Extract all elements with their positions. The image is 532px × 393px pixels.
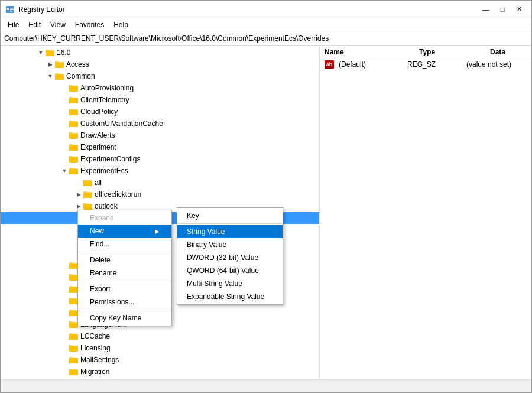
ctx-new-arrow: ▶ bbox=[155, 228, 160, 235]
tree-item-customuivalidationcache[interactable]: ▶ CustomUIValidationCache bbox=[1, 118, 319, 129]
label-experimentconfigs: ExperimentConfigs bbox=[80, 155, 140, 163]
tree-item-experiment[interactable]: ▶ Experiment bbox=[1, 141, 319, 153]
tree-item-cloudpolicy[interactable]: ▶ CloudPolicy bbox=[1, 106, 319, 118]
svg-rect-1 bbox=[7, 8, 9, 10]
label-all: all bbox=[95, 178, 102, 187]
minimize-button[interactable]: — bbox=[478, 4, 494, 15]
ctx-rename[interactable]: Rename bbox=[78, 267, 171, 280]
label-mailsettings: MailSettings bbox=[80, 356, 119, 364]
submenu-string-value[interactable]: String Value bbox=[177, 225, 283, 238]
menu-help[interactable]: Help bbox=[109, 20, 133, 30]
label-clienttelemetry: ClientTelemetry bbox=[80, 96, 129, 104]
detail-row-default[interactable]: ab (Default) REG_SZ (value not set) bbox=[320, 59, 531, 70]
submenu-qword-value[interactable]: QWORD (64-bit) Value bbox=[177, 264, 283, 277]
submenu-multi-string-value[interactable]: Multi-String Value bbox=[177, 277, 283, 290]
svg-rect-40 bbox=[83, 181, 92, 186]
close-button[interactable]: ✕ bbox=[511, 4, 527, 15]
label-licensing: Licensing bbox=[80, 344, 111, 352]
ctx-permissions[interactable]: Permissions... bbox=[78, 295, 171, 308]
tree-item-clienttelemetry[interactable]: ▶ ClientTelemetry bbox=[1, 94, 319, 106]
label-access: Access bbox=[66, 60, 89, 69]
svg-rect-46 bbox=[83, 204, 92, 210]
svg-rect-13 bbox=[55, 74, 64, 80]
ctx-new[interactable]: New ▶ bbox=[78, 225, 171, 238]
tree-item-16.0[interactable]: ▼ 16.0 bbox=[1, 47, 319, 59]
svg-rect-61 bbox=[69, 264, 78, 269]
ctx-divider-3 bbox=[78, 310, 171, 310]
tree-item-all[interactable]: ▶ all bbox=[1, 177, 319, 189]
tree-item-privacy[interactable]: ▶ Privacy bbox=[1, 378, 319, 379]
tree-item-experimentconfigs[interactable]: ▶ ExperimentConfigs bbox=[1, 153, 319, 165]
tree-item-drawalerts[interactable]: ▶ DrawAlerts bbox=[1, 129, 319, 141]
col-type-header: Type bbox=[414, 47, 485, 57]
ctx-divider-1 bbox=[78, 252, 171, 252]
label-migration: Migration bbox=[80, 368, 109, 376]
expander-16.0[interactable]: ▼ bbox=[36, 48, 46, 57]
submenu-divider bbox=[177, 223, 283, 224]
ctx-copy-key-name-label: Copy Key Name bbox=[90, 314, 141, 322]
expander-experimentecs[interactable]: ▼ bbox=[60, 166, 69, 176]
title-bar: Registry Editor — □ ✕ bbox=[1, 1, 531, 18]
expander-common[interactable]: ▼ bbox=[46, 72, 55, 81]
ctx-export-label: Export bbox=[90, 285, 111, 293]
context-menu: Expand New ▶ Find... Delete Rename bbox=[77, 210, 172, 326]
col-data-header: Data bbox=[485, 47, 531, 57]
svg-rect-34 bbox=[69, 157, 78, 163]
tree-item-access[interactable]: ▶ Access bbox=[1, 59, 319, 70]
ab-icon: ab bbox=[325, 60, 334, 69]
svg-rect-37 bbox=[69, 169, 78, 174]
ctx-find[interactable]: Find... bbox=[78, 238, 171, 251]
tree-item-mailsettings[interactable]: ▶ MailSettings bbox=[1, 354, 319, 366]
svg-rect-31 bbox=[69, 145, 78, 151]
svg-rect-25 bbox=[69, 122, 78, 127]
menu-favorites[interactable]: Favorites bbox=[70, 20, 109, 30]
expander-officeclicktorun[interactable]: ▶ bbox=[74, 190, 83, 199]
submenu-multi-string-value-label: Multi-String Value bbox=[187, 280, 242, 288]
tree-item-licensing[interactable]: ▶ Licensing bbox=[1, 342, 319, 354]
tree-pane[interactable]: ▼ 16.0 ▶ Access bbox=[1, 46, 320, 379]
ctx-export[interactable]: Export bbox=[78, 282, 171, 295]
svg-rect-2 bbox=[10, 8, 14, 9]
label-common: Common bbox=[66, 72, 95, 80]
ctx-expand-label: Expand bbox=[90, 214, 114, 222]
ctx-copy-key-name[interactable]: Copy Key Name bbox=[78, 311, 171, 324]
main-content: ▼ 16.0 ▶ Access bbox=[1, 46, 531, 379]
menu-file[interactable]: File bbox=[3, 20, 24, 30]
submenu-binary-value-label: Binary Value bbox=[187, 241, 226, 249]
tree-item-autoprovisioning[interactable]: ▶ AutoProvisioning bbox=[1, 82, 319, 94]
svg-rect-4 bbox=[10, 11, 12, 12]
svg-rect-16 bbox=[69, 86, 78, 92]
svg-rect-88 bbox=[69, 370, 78, 375]
submenu-expandable-string-value[interactable]: Expandable String Value bbox=[177, 290, 283, 303]
ctx-delete[interactable]: Delete bbox=[78, 254, 171, 267]
maximize-button[interactable]: □ bbox=[495, 4, 510, 15]
menu-edit[interactable]: Edit bbox=[24, 20, 46, 30]
address-path: Computer\HKEY_CURRENT_USER\Software\Micr… bbox=[4, 34, 329, 43]
label-cloudpolicy: CloudPolicy bbox=[80, 108, 118, 116]
submenu-dword-value-label: DWORD (32-bit) Value bbox=[187, 254, 258, 262]
title-bar-controls: — □ ✕ bbox=[478, 4, 527, 15]
tree-item-experimentecs[interactable]: ▼ ExperimentEcs bbox=[1, 165, 319, 177]
detail-name-default: ab (Default) bbox=[325, 60, 407, 69]
address-bar: Computer\HKEY_CURRENT_USER\Software\Micr… bbox=[1, 31, 531, 46]
detail-pane: Name Type Data ab (Default) REG_SZ (valu… bbox=[320, 46, 531, 379]
menu-view[interactable]: View bbox=[46, 20, 70, 30]
title-bar-left: Registry Editor bbox=[5, 5, 65, 14]
submenu-binary-value[interactable]: Binary Value bbox=[177, 238, 283, 251]
svg-rect-28 bbox=[69, 134, 78, 139]
submenu: Key String Value Binary Value DWORD (32-… bbox=[177, 207, 283, 305]
ctx-permissions-label: Permissions... bbox=[90, 298, 134, 306]
ctx-expand[interactable]: Expand bbox=[78, 212, 171, 225]
label-experimentecs: ExperimentEcs bbox=[80, 167, 128, 175]
label-autoprovisioning: AutoProvisioning bbox=[80, 84, 134, 92]
tree-item-officeclicktorun[interactable]: ▶ officeclicktorun bbox=[1, 189, 319, 200]
svg-rect-76 bbox=[69, 323, 78, 328]
submenu-dword-value[interactable]: DWORD (32-bit) Value bbox=[177, 251, 283, 264]
tree-item-migration[interactable]: ▶ Migration bbox=[1, 366, 319, 378]
expander-access[interactable]: ▶ bbox=[46, 60, 55, 69]
svg-rect-10 bbox=[55, 63, 64, 68]
tree-item-common[interactable]: ▼ Common bbox=[1, 70, 319, 82]
tree-item-lccache[interactable]: ▶ LCCache bbox=[1, 330, 319, 342]
title-text: Registry Editor bbox=[18, 5, 65, 14]
submenu-key[interactable]: Key bbox=[177, 209, 283, 222]
